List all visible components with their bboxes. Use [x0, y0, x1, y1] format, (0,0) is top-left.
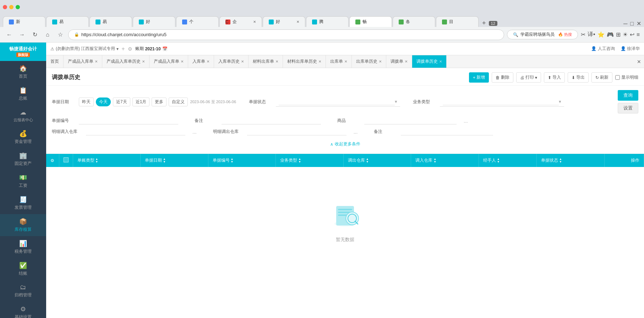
tab-issue[interactable]: 出库单 ✕	[326, 55, 352, 68]
export-button[interactable]: ⬇ 导出	[568, 72, 589, 83]
tab-close-fg2[interactable]: ✕	[181, 60, 184, 63]
sort-doc-no[interactable]: ▲▼	[231, 158, 234, 163]
browser-tab-2[interactable]: 易	[89, 16, 132, 27]
sort-doc-type[interactable]: ▲▼	[95, 158, 98, 163]
remark2-input[interactable]	[401, 128, 493, 135]
tab-receipt[interactable]: 入库单 ✕	[188, 55, 214, 68]
refresh-page-button[interactable]: ↻ 刷新	[591, 72, 612, 83]
tab-close-6[interactable]: ✕	[296, 20, 299, 24]
doc-no-input[interactable]	[79, 117, 178, 124]
table-gear-icon[interactable]: ⚙	[50, 158, 54, 163]
filter-settings-button[interactable]: 设置	[618, 103, 638, 113]
detail-out-input[interactable]	[247, 128, 346, 135]
custom-btn[interactable]: 自定义	[169, 97, 188, 106]
goods-more-icon[interactable]: ...	[464, 118, 468, 124]
last1month-btn[interactable]: 近1月	[132, 97, 150, 106]
address-bar[interactable]: 🔒 https://cloud.chanjet.com/accounting/u…	[68, 29, 504, 40]
home-btn[interactable]: ⌂	[43, 30, 53, 40]
bookmark-btn[interactable]: ☆	[55, 30, 65, 40]
forward-btn[interactable]: →	[17, 30, 27, 40]
sidebar-item-archive[interactable]: 🗂 归档管理	[0, 280, 46, 302]
add-company-btn[interactable]: +	[121, 46, 125, 52]
tab-finished-goods-in2[interactable]: 产成品入库单 ✕	[149, 55, 188, 68]
period-selector[interactable]: 账期 2021-10 📅	[135, 46, 168, 52]
tab-close-finished-goods-in[interactable]: ✕	[95, 60, 98, 63]
new-tab-btn[interactable]: +	[482, 19, 486, 27]
browser-tab-4[interactable]: 个	[176, 16, 219, 27]
browser-tab-7[interactable]: 腾	[306, 16, 349, 27]
sidebar-item-cloud-report[interactable]: ☁ 云报表中心	[0, 105, 46, 126]
col-in-warehouse[interactable]: 调入仓库 ▲▼	[411, 154, 479, 167]
col-biz-type[interactable]: 业务类型 ▲▼	[276, 154, 344, 167]
biz-type-select[interactable]	[443, 98, 559, 105]
detail-in-input[interactable]	[86, 128, 185, 135]
sort-in-warehouse[interactable]: ▲▼	[433, 158, 436, 163]
tab-close-receipt[interactable]: ✕	[207, 60, 209, 63]
sidebar-item-tax[interactable]: 📊 税务管理	[0, 236, 46, 258]
sort-doc-date[interactable]: ▲▼	[163, 158, 166, 163]
sort-out-warehouse[interactable]: ▲▼	[366, 158, 369, 163]
sidebar-item-ledger[interactable]: 📋 总账	[0, 83, 46, 105]
sidebar-item-invoice[interactable]: 🧾 发票管理	[0, 192, 46, 214]
sort-doc-status[interactable]: ▲▼	[559, 158, 562, 163]
tab-transfer-history[interactable]: 调拨单历史 ✕	[412, 55, 447, 68]
tab-close-transfer[interactable]: ✕	[405, 60, 408, 63]
sort-biz-type[interactable]: ▲▼	[298, 158, 301, 163]
select-all-checkbox[interactable]	[64, 157, 69, 162]
table-settings-col[interactable]: ⚙	[46, 154, 59, 167]
sidebar-item-settings[interactable]: ⚙ 基础设置	[0, 302, 46, 318]
more-btn[interactable]: 更多	[152, 97, 167, 106]
browser-tab-9[interactable]: 各	[393, 16, 435, 27]
tab-close-material-out-history[interactable]: ✕	[318, 60, 321, 63]
tab-close-5[interactable]: ✕	[253, 20, 256, 24]
col-doc-type[interactable]: 单账类型 ▲▼	[73, 154, 141, 167]
maximize-btn[interactable]: □	[630, 21, 634, 27]
col-doc-date[interactable]: 单据日期 ▲▼	[141, 154, 208, 167]
close-all-tabs-icon[interactable]: ✕	[637, 59, 641, 65]
new-button[interactable]: + 新增	[469, 72, 489, 83]
yesterday-btn[interactable]: 昨天	[79, 97, 94, 106]
sidebar-item-inventory[interactable]: 📦 库存核算	[0, 214, 46, 236]
tab-close-transfer-history[interactable]: ✕	[439, 60, 442, 63]
browser-tab-0[interactable]: 新	[3, 16, 45, 27]
show-cols-toggle[interactable]: 显示明细	[615, 74, 638, 80]
tab-close-material-out[interactable]: ✕	[275, 60, 278, 63]
tab-close-fg-history[interactable]: ✕	[142, 60, 145, 63]
search-box[interactable]: 🔍 学霸应聘场驱鸟员 🔥 热搜	[507, 30, 578, 39]
tab-finished-goods-in[interactable]: 产成品入库单 ✕	[64, 55, 102, 68]
tab-issue-history[interactable]: 出库单历史 ✕	[352, 55, 386, 68]
tab-transfer[interactable]: 调拨单 ✕	[386, 55, 412, 68]
col-out-warehouse[interactable]: 调出仓库 ▲▼	[343, 154, 411, 167]
tab-close-issue[interactable]: ✕	[344, 60, 347, 63]
import-button[interactable]: ⬆ 导入	[544, 72, 565, 83]
browser-tab-10[interactable]: 目	[436, 16, 479, 27]
browser-tab-5[interactable]: C 企 ✕	[219, 16, 262, 27]
user-avatar[interactable]: 👤 徐泽华	[621, 46, 640, 52]
tab-finished-goods-in-history[interactable]: 产成品入库单历史 ✕	[102, 55, 149, 68]
tab-receipt-history[interactable]: 入库单历史 ✕	[214, 55, 249, 68]
sort-handler[interactable]: ▲▼	[497, 158, 500, 163]
table-checkbox-col[interactable]	[59, 154, 73, 167]
tab-close-receipt-history[interactable]: ✕	[241, 60, 244, 63]
sidebar-item-finance[interactable]: 💰 资金管理	[0, 126, 46, 148]
sidebar-item-closing[interactable]: ✅ 结账	[0, 258, 46, 280]
user-service-btn[interactable]: 👤 人工咨询	[591, 46, 615, 52]
col-doc-status[interactable]: 单据状态 ▲▼	[537, 154, 605, 167]
detail-out-more-icon[interactable]: ...	[354, 129, 358, 135]
browser-tab-1[interactable]: 易	[46, 16, 89, 27]
status-select[interactable]	[279, 98, 395, 105]
sidebar-item-assets[interactable]: 🏢 固定资产	[0, 148, 46, 170]
col-handler[interactable]: 经手人 ▲▼	[479, 154, 536, 167]
browser-tab-6[interactable]: 好 ✕	[263, 16, 305, 27]
remark-input[interactable]	[222, 117, 321, 124]
goods-input[interactable]	[364, 117, 457, 124]
query-button[interactable]: 查询	[618, 90, 638, 101]
close-btn[interactable]: ✕	[637, 20, 641, 27]
company-settings-btn[interactable]: ⚙	[128, 46, 132, 52]
browser-tab-8[interactable]: 畅	[349, 16, 392, 27]
minimize-btn[interactable]: ─	[623, 21, 627, 27]
show-cols-checkbox[interactable]	[615, 75, 620, 80]
detail-in-more-icon[interactable]: ...	[192, 129, 197, 135]
collapse-filter-btn[interactable]: ∧ 收起更多条件	[52, 139, 638, 149]
delete-button[interactable]: 🗑 删除	[492, 72, 513, 83]
